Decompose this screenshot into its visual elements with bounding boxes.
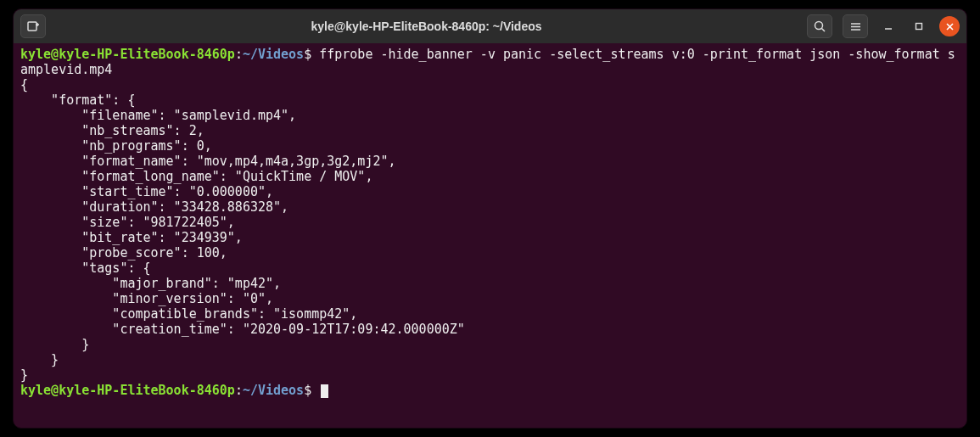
prompt-dollar: $ [304, 383, 319, 398]
output-line: "creation_time": "2020-09-12T17:09:42.00… [20, 322, 960, 337]
output-line: "filename": "samplevid.mp4", [20, 108, 960, 123]
prompt-user-host: kyle@kyle-HP-EliteBook-8460p [20, 383, 235, 398]
window-title: kyle@kyle-HP-EliteBook-8460p: ~/Videos [53, 20, 800, 33]
current-prompt-line: kyle@kyle-HP-EliteBook-8460p:~/Videos$ [20, 383, 960, 398]
prompt-colon: : [235, 383, 243, 398]
command-line: kyle@kyle-HP-EliteBook-8460p:~/Videos$ f… [20, 47, 960, 77]
output-line: "tags": { [20, 261, 960, 276]
search-icon [814, 20, 826, 33]
minimize-icon [883, 21, 893, 31]
output-line: "size": "981722405", [20, 215, 960, 230]
cursor [321, 384, 328, 398]
output-line: "format": { [20, 92, 960, 108]
terminal-body[interactable]: kyle@kyle-HP-EliteBook-8460p:~/Videos$ f… [14, 43, 966, 428]
prompt-path: ~/Videos [243, 47, 304, 62]
maximize-button[interactable] [909, 16, 929, 36]
output-line: "format_name": "mov,mp4,m4a,3gp,3g2,mj2"… [20, 154, 960, 169]
new-tab-icon [26, 20, 40, 33]
output-line: "nb_streams": 2, [20, 123, 960, 138]
prompt-user-host: kyle@kyle-HP-EliteBook-8460p [20, 47, 235, 62]
output-line: } [20, 352, 960, 367]
svg-rect-0 [28, 22, 36, 31]
output-line: "compatible_brands": "isommp42", [20, 306, 960, 322]
menu-button[interactable] [843, 14, 868, 38]
new-tab-button[interactable] [20, 14, 46, 38]
output-line: "nb_programs": 0, [20, 138, 960, 154]
svg-rect-9 [916, 24, 922, 30]
output-line: "bit_rate": "234939", [20, 230, 960, 245]
titlebar: kyle@kyle-HP-EliteBook-8460p: ~/Videos [14, 9, 966, 43]
output-line: "probe_score": 100, [20, 245, 960, 261]
output-line: } [20, 367, 960, 383]
output-line: "minor_version": "0", [20, 291, 960, 306]
terminal-window: kyle@kyle-HP-EliteBook-8460p: ~/Videos [13, 8, 967, 429]
output-line: "format_long_name": "QuickTime / MOV", [20, 169, 960, 184]
close-icon [945, 22, 955, 31]
search-button[interactable] [807, 14, 832, 38]
output-line: } [20, 337, 960, 352]
output-line: "major_brand": "mp42", [20, 276, 960, 291]
output-line: { [20, 77, 960, 92]
prompt-dollar: $ [304, 47, 319, 62]
hamburger-icon [849, 20, 862, 33]
svg-line-4 [821, 28, 825, 31]
output-line: "start_time": "0.000000", [20, 184, 960, 199]
prompt-path: ~/Videos [243, 383, 304, 398]
output-line: "duration": "33428.886328", [20, 199, 960, 215]
titlebar-left [20, 14, 46, 38]
minimize-button[interactable] [878, 16, 899, 36]
prompt-colon: : [235, 47, 243, 62]
close-button[interactable] [939, 16, 960, 36]
titlebar-right [807, 14, 960, 38]
svg-point-3 [815, 21, 822, 29]
maximize-icon [914, 21, 924, 31]
